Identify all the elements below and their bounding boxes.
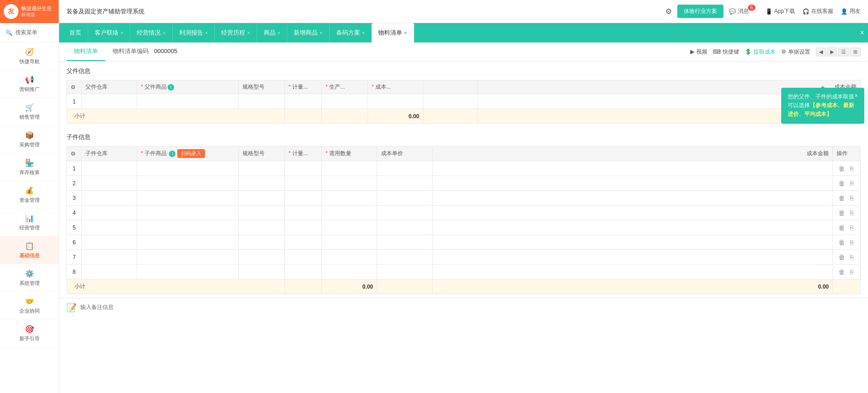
sidebar-item-finance[interactable]: 💰 资金管理 [0,181,59,209]
delete-icon-8[interactable]: 🗑 [838,268,846,276]
nav-next-button[interactable]: ▶ [827,48,837,56]
message-button[interactable]: 💬 消息 6 [729,7,758,15]
child-row-8-qty[interactable] [322,265,377,279]
sidebar-item-operation[interactable]: 📊 经营管理 [0,209,59,236]
search-menu-button[interactable]: 🔍 搜索菜单 [4,27,55,38]
tab-customer-close[interactable]: × [121,30,123,36]
child-row-3-price[interactable] [377,191,433,206]
child-col-settings[interactable]: ⚙ [67,146,82,161]
delete-icon-4[interactable]: 🗑 [838,209,846,217]
parent-row-1-cost[interactable] [368,94,423,109]
extract-cost-button[interactable]: 💲 提取成本 [745,48,776,56]
child-row-2-price[interactable] [377,176,433,191]
sidebar-search[interactable]: 🔍 搜索菜单 [0,23,59,42]
delete-icon-6[interactable]: 🗑 [838,238,846,247]
child-row-8-warehouse[interactable] [82,265,137,279]
sidebar-item-newbie[interactable]: 🎯 新手引导 [0,320,59,347]
child-row-3-warehouse[interactable] [82,191,137,206]
parent-row-1-spec[interactable] [239,94,285,109]
delete-icon-1[interactable]: 🗑 [838,164,846,173]
sidebar-item-system[interactable]: ⚙️ 系统管理 [0,264,59,292]
child-row-2-unit[interactable] [285,176,322,191]
child-row-2-spec[interactable] [239,176,285,191]
child-row-7-unit[interactable] [285,250,322,265]
parent-col-settings[interactable]: ⚙ [67,80,82,94]
child-row-1-warehouse[interactable] [82,161,137,176]
copy-icon-7[interactable]: ⎘ [848,253,856,261]
child-row-5-product[interactable] [137,220,239,235]
child-row-4-spec[interactable] [239,206,285,220]
tab-products[interactable]: 商品 × [257,23,287,42]
delete-icon-5[interactable]: 🗑 [838,224,846,232]
child-row-3-unit[interactable] [285,191,322,206]
user-button[interactable]: 👤 用友 [841,7,861,15]
child-row-7-warehouse[interactable] [82,250,137,265]
view-video-button[interactable]: ▶ 视频 [690,48,707,56]
child-row-6-price[interactable] [377,235,433,250]
delete-icon-3[interactable]: 🗑 [838,194,846,202]
parent-row-1-prod[interactable] [322,94,368,109]
child-row-2-warehouse[interactable] [82,176,137,191]
child-row-5-unit[interactable] [285,220,322,235]
child-row-7-spec[interactable] [239,250,285,265]
subtab-bom-code[interactable]: 物料清单编码 0000005 [105,42,185,61]
online-service-button[interactable]: 🎧 在线客服 [802,7,833,15]
shortcut-button[interactable]: ⌨ 快捷键 [713,48,739,56]
copy-icon-2[interactable]: ⎘ [848,179,856,187]
sidebar-item-marketing[interactable]: 📢 营销推广 [0,70,59,98]
child-row-5-warehouse[interactable] [82,220,137,235]
child-row-4-product[interactable] [137,206,239,220]
child-row-1-product[interactable] [137,161,239,176]
child-row-8-price[interactable] [377,265,433,279]
tab-add-product-close[interactable]: × [319,30,322,36]
child-row-7-qty[interactable] [322,250,377,265]
nav-prev-button[interactable]: ◀ [816,48,826,56]
parent-row-1-warehouse[interactable] [82,94,137,109]
child-row-2-product[interactable] [137,176,239,191]
tab-operation-status-close[interactable]: × [163,30,165,36]
tab-add-product[interactable]: 新增商品 × [287,23,329,42]
copy-icon-4[interactable]: ⎘ [848,209,856,217]
child-row-7-price[interactable] [377,250,433,265]
child-row-3-qty[interactable] [322,191,377,206]
tab-customer[interactable]: 客户联络 × [88,23,130,42]
child-row-5-spec[interactable] [239,220,285,235]
scan-input-button[interactable]: 扫码录入 [177,149,205,158]
parent-row-1-product[interactable] [137,94,239,109]
single-settings-button[interactable]: ⚙ 单据设置 [781,48,810,56]
child-row-6-product[interactable] [137,235,239,250]
child-row-6-unit[interactable] [285,235,322,250]
child-row-2-qty[interactable] [322,176,377,191]
child-row-5-qty[interactable] [322,220,377,235]
tab-barcode-close[interactable]: × [362,30,365,36]
child-row-3-spec[interactable] [239,191,285,206]
parent-product-info-icon[interactable]: i [168,84,174,91]
child-row-1-unit[interactable] [285,161,322,176]
sidebar-item-enterprise[interactable]: 🤝 企业协同 [0,292,59,320]
tab-barcode[interactable]: 条码方案 × [330,23,372,42]
delete-icon-2[interactable]: 🗑 [838,179,846,187]
copy-icon-1[interactable]: ⎘ [848,164,856,173]
copy-icon-6[interactable]: ⎘ [848,238,856,247]
copy-icon-5[interactable]: ⎘ [848,224,856,232]
tab-operation-status[interactable]: 经营情况 × [130,23,172,42]
app-download-button[interactable]: 📱 App下载 [766,7,795,15]
child-row-4-price[interactable] [377,206,433,220]
close-all-tabs-button[interactable]: × [860,29,864,37]
child-row-7-product[interactable] [137,250,239,265]
copy-icon-8[interactable]: ⎘ [848,268,856,276]
parent-row-1-unit[interactable] [285,94,322,109]
child-row-1-spec[interactable] [239,161,285,176]
tab-profit[interactable]: 利润报告 × [173,23,215,42]
tab-home[interactable]: 首页 [63,23,88,42]
child-row-4-qty[interactable] [322,206,377,220]
nav-list-button[interactable]: ☰ [838,48,849,56]
child-row-4-warehouse[interactable] [82,206,137,220]
sidebar-item-purchase[interactable]: 📦 采购管理 [0,126,59,153]
copy-icon-3[interactable]: ⎘ [848,194,856,202]
subtab-bom-list[interactable]: 物料清单 [66,42,105,61]
child-row-4-unit[interactable] [285,206,322,220]
tab-products-close[interactable]: × [277,30,280,36]
tab-profit-close[interactable]: × [205,30,208,36]
child-row-8-product[interactable] [137,265,239,279]
